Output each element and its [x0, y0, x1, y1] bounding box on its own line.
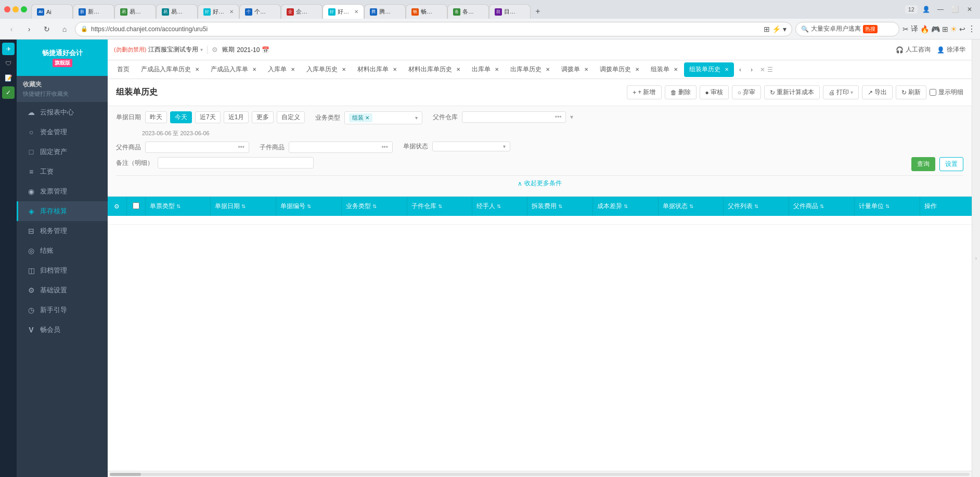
nav-tab-in-history[interactable]: 入库单历史 ✕: [301, 62, 351, 77]
sidebar-item-checkout[interactable]: ◎ 结账: [17, 241, 108, 261]
nav-tab-close-kit[interactable]: ✕: [674, 67, 678, 72]
th-order-no[interactable]: 单据编号 ⇅: [276, 197, 342, 216]
sidebar-item-guide[interactable]: ◷ 新手引导: [17, 300, 108, 320]
business-type-tag-close[interactable]: ✕: [365, 115, 369, 121]
th-order-type[interactable]: 单票类型 ⇅: [145, 197, 211, 216]
back-button[interactable]: ‹: [4, 22, 19, 36]
parent-goods-input[interactable]: •••: [145, 141, 249, 153]
print-button[interactable]: 🖨 打印 ▾: [823, 85, 859, 99]
th-disassemble-cost[interactable]: 拆装费用 ⇅: [527, 197, 593, 216]
nav-close-all-icon[interactable]: ✕: [760, 66, 765, 73]
profile-icon-btn[interactable]: 👤: [920, 3, 932, 16]
close-btn[interactable]: ✕: [963, 3, 976, 16]
browser-tab-12[interactable]: 目 目…: [489, 4, 531, 19]
th-parent-goods[interactable]: 父件商品 ⇅: [789, 197, 855, 216]
today-btn[interactable]: 今天: [170, 111, 192, 123]
nav-tab-kit[interactable]: 组装单 ✕: [646, 62, 683, 77]
parent-warehouse-expand-icon[interactable]: ▾: [570, 113, 573, 121]
th-checkbox[interactable]: [126, 197, 145, 216]
parent-warehouse-text-input[interactable]: [467, 113, 555, 121]
nav-tab-close-out-history[interactable]: ✕: [546, 67, 550, 72]
scrollbar-area[interactable]: [108, 471, 972, 477]
nav-tab-production-in-history[interactable]: 产成品入库单历史 ✕: [136, 62, 204, 77]
nav-tab-assemble-history[interactable]: 调拨单历史 ✕: [595, 62, 644, 77]
emoji-btn[interactable]: 🔥: [920, 25, 929, 33]
tab-add-button[interactable]: +: [531, 4, 545, 19]
business-type-select[interactable]: 组装 ✕ ▾: [344, 111, 422, 124]
th-business-type[interactable]: 业务类型 ⇅: [341, 197, 407, 216]
new-button[interactable]: + + 新增: [627, 85, 661, 99]
browser-tab-9[interactable]: 腾 腾…: [364, 4, 406, 19]
app-logo-small[interactable]: ✈: [2, 43, 15, 55]
sub-goods-dots-icon[interactable]: •••: [381, 144, 388, 151]
nav-arrow-right[interactable]: ›: [746, 62, 757, 77]
sidebar-item-stock-accounting[interactable]: ◈ 库存核算: [17, 201, 108, 221]
tab-close-5[interactable]: ✕: [229, 9, 234, 15]
browser-shield-icon[interactable]: 🛡: [2, 57, 15, 70]
browser-tab-ai[interactable]: Ai Ai: [31, 4, 73, 19]
nav-tab-out-history[interactable]: 出库单历史 ✕: [505, 62, 555, 77]
abandon-button[interactable]: ○ 弃审: [732, 85, 761, 99]
nav-tab-production-in[interactable]: 产成品入库单 ✕: [205, 62, 262, 77]
select-all-checkbox[interactable]: [133, 202, 139, 209]
brightness-btn[interactable]: ☀: [950, 25, 957, 33]
sidebar-item-fund-mgmt[interactable]: ○ 资金管理: [17, 122, 108, 142]
nav-tab-home[interactable]: 首页: [112, 62, 135, 77]
sidebar-item-invoice-mgmt[interactable]: ◉ 发票管理: [17, 182, 108, 201]
search-bar[interactable]: 🔍 大量安卓用户逃离 热搜: [795, 22, 899, 36]
browser-tab-7[interactable]: 企 企…: [281, 4, 323, 19]
nav-settings-icon[interactable]: ☰: [767, 66, 773, 73]
settings-icon-btn[interactable]: ⚙: [212, 46, 218, 54]
sidebar-item-fixed-assets[interactable]: □ 固定资产: [17, 142, 108, 162]
browser-tab-6[interactable]: 个 个…: [239, 4, 281, 19]
collapse-button[interactable]: ∧ 收起更多条件: [116, 175, 963, 191]
browser-tab-11[interactable]: 各 各…: [447, 4, 489, 19]
scrollbar-thumb[interactable]: [110, 473, 141, 476]
parent-goods-text-input[interactable]: [150, 144, 238, 151]
browser-tab-8[interactable]: 好 好… ✕: [323, 4, 364, 19]
tab-close-8[interactable]: ✕: [354, 9, 358, 15]
th-unit[interactable]: 计量单位 ⇅: [854, 197, 920, 216]
win-close[interactable]: [4, 6, 10, 12]
check-icon[interactable]: ✓: [2, 86, 15, 99]
flash-icon[interactable]: ⚡: [772, 25, 781, 33]
th-order-status[interactable]: 单据状态 ⇅: [658, 197, 724, 216]
nav-tab-close-out-order[interactable]: ✕: [495, 67, 499, 72]
parent-warehouse-input[interactable]: •••: [462, 111, 566, 123]
nav-tab-close-in-order[interactable]: ✕: [291, 67, 295, 72]
win-minimize[interactable]: [12, 6, 19, 12]
th-handler[interactable]: 经手人 ⇅: [472, 197, 527, 216]
consult-btn[interactable]: 🎧 人工咨询: [896, 45, 931, 54]
reload-button[interactable]: ↻: [40, 22, 54, 36]
nav-tab-out-order[interactable]: 出库单 ✕: [467, 62, 504, 77]
show-detail-checkbox[interactable]: 显示明细: [930, 88, 963, 97]
nav-tab-in-order[interactable]: 入库单 ✕: [263, 62, 300, 77]
win-maximize[interactable]: [21, 6, 27, 12]
show-detail-check-input[interactable]: [930, 89, 936, 96]
custom-btn[interactable]: 自定义: [277, 111, 305, 123]
sidebar-item-basic-settings[interactable]: ⚙ 基础设置: [17, 280, 108, 300]
sidebar-item-archive-mgmt[interactable]: ◫ 归档管理: [17, 261, 108, 280]
nav-tab-material-out[interactable]: 材料出库单 ✕: [352, 62, 402, 77]
tab-count-badge[interactable]: 12: [905, 5, 918, 14]
more-btn[interactable]: 更多: [252, 111, 274, 123]
home-button[interactable]: ⌂: [57, 22, 72, 36]
nav-tab-close-material-out-history[interactable]: ✕: [456, 67, 460, 72]
nav-tab-kit-history[interactable]: 组装单历史 ✕: [684, 62, 734, 77]
notes-icon[interactable]: 📝: [2, 72, 15, 84]
query-button[interactable]: 查询: [911, 157, 935, 171]
game-btn[interactable]: 🎮: [931, 25, 940, 33]
th-parent-list[interactable]: 父件列表 ⇅: [724, 197, 789, 216]
recalc-button[interactable]: ↻ 重新计算成本: [764, 85, 820, 99]
sidebar-item-cloud-reports[interactable]: ☁ 云报表中心: [17, 102, 108, 122]
th-settings[interactable]: ⚙: [108, 197, 126, 216]
scissors-btn[interactable]: ✂: [902, 25, 909, 33]
browser-tab-3[interactable]: 易 易…: [114, 4, 156, 19]
sub-goods-input[interactable]: •••: [289, 141, 393, 153]
browser-tab-5[interactable]: 好 好… ✕: [198, 4, 239, 19]
th-order-date[interactable]: 单据日期 ⇅: [211, 197, 276, 216]
browser-tab-10[interactable]: 畅 畅…: [406, 4, 447, 19]
sidebar-favorites[interactable]: 收藏夹 快捷键打开收藏夹: [17, 76, 108, 102]
menu-btn[interactable]: ⋮: [968, 24, 976, 34]
sidebar-item-tax-mgmt[interactable]: ⊟ 税务管理: [17, 221, 108, 241]
